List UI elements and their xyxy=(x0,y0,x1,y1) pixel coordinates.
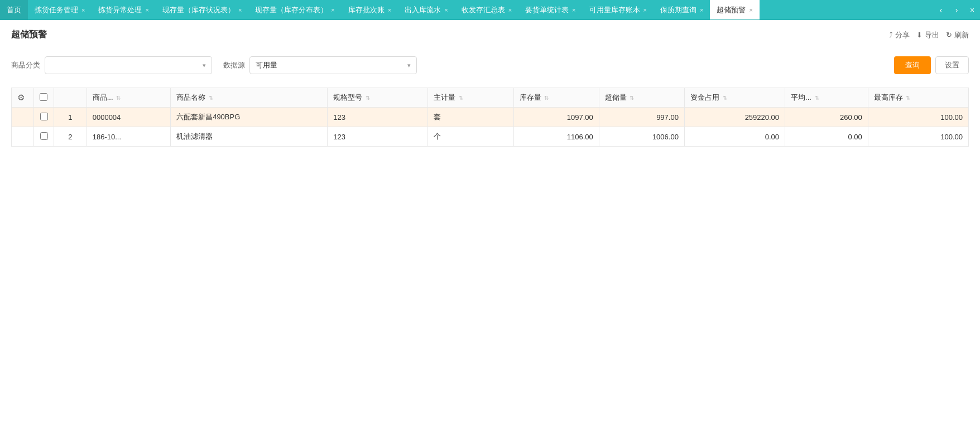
nav-stock-status-close[interactable]: × xyxy=(238,7,242,13)
th-settings[interactable]: ⚙ xyxy=(12,88,34,108)
nav-stock-dist-close[interactable]: × xyxy=(331,7,334,13)
nav-recv-send-summary[interactable]: 收发存汇总表 × xyxy=(455,0,518,20)
gear-icon[interactable]: ⚙ xyxy=(17,93,25,102)
nav-batch-account[interactable]: 库存批次账 × xyxy=(342,0,398,20)
td-check-cell[interactable] xyxy=(34,127,54,147)
td-product-code: 0000004 xyxy=(87,108,170,127)
td-stock: 1097.00 xyxy=(513,108,599,127)
data-table: ⚙ 商品... ⇅ 商品名称 ⇅ 规格型号 ⇅ xyxy=(11,88,969,147)
row-checkbox-1[interactable] xyxy=(40,132,48,140)
td-max-stock: 100.00 xyxy=(868,127,968,147)
td-product-name: 六配套新昌490BPG xyxy=(171,108,328,127)
page-title: 超储预警 xyxy=(11,29,47,41)
nav-pick-task[interactable]: 拣货任务管理 × xyxy=(28,0,92,20)
td-spec: 123 xyxy=(328,127,428,147)
nav-stock-status-label: 现存量（库存状况表） xyxy=(162,5,235,15)
nav-available-stock[interactable]: 可用量库存账本 × xyxy=(583,0,654,20)
sort-max-stock-icon: ⇅ xyxy=(906,95,910,101)
nav-pick-task-label: 拣货任务管理 xyxy=(35,5,78,15)
export-button[interactable]: ⬇ 导出 xyxy=(916,30,939,40)
nav-close-button[interactable]: × xyxy=(964,0,980,20)
nav-home[interactable]: 首页 xyxy=(0,0,28,20)
page-actions: ⤴ 分享 ⬇ 导出 ↻ 刷新 xyxy=(889,30,969,40)
category-select[interactable]: ▾ xyxy=(45,56,212,74)
nav-order-stats-close[interactable]: × xyxy=(572,7,575,13)
row-checkbox-0[interactable] xyxy=(40,113,48,120)
nav-available-stock-label: 可用量库存账本 xyxy=(589,5,640,15)
sort-stock-icon: ⇅ xyxy=(544,95,549,101)
table-header-row: ⚙ 商品... ⇅ 商品名称 ⇅ 规格型号 ⇅ xyxy=(12,88,969,108)
td-overstock: 997.00 xyxy=(599,108,684,127)
th-max-stock[interactable]: 最高库存 ⇅ xyxy=(868,88,968,108)
td-check-cell[interactable] xyxy=(34,108,54,127)
share-icon: ⤴ xyxy=(889,31,893,39)
th-stock[interactable]: 库存量 ⇅ xyxy=(513,88,599,108)
td-unit: 个 xyxy=(428,127,513,147)
nav-inout-flow-label: 出入库流水 xyxy=(405,5,441,15)
nav-inout-flow-close[interactable]: × xyxy=(444,7,448,13)
td-spec: 123 xyxy=(328,108,428,127)
select-all-checkbox[interactable] xyxy=(40,93,47,101)
table-row: 2 186-10... 机油滤清器 123 个 1106.00 1006.00 … xyxy=(12,127,969,147)
sort-spec-icon: ⇅ xyxy=(366,95,370,101)
th-spec[interactable]: 规格型号 ⇅ xyxy=(328,88,428,108)
nav-batch-account-label: 库存批次账 xyxy=(348,5,385,15)
nav-recv-send-summary-label: 收发存汇总表 xyxy=(462,5,505,15)
sort-capital-icon: ⇅ xyxy=(723,95,727,101)
nav-available-stock-close[interactable]: × xyxy=(643,7,647,13)
share-button[interactable]: ⤴ 分享 xyxy=(889,30,910,40)
nav-pick-exception-close[interactable]: × xyxy=(145,7,148,13)
refresh-icon: ↻ xyxy=(946,31,952,39)
th-product-code[interactable]: 商品... ⇅ xyxy=(87,88,170,108)
datasource-filter: 数据源 可用量 ▾ xyxy=(223,56,417,74)
settings-button[interactable]: 设置 xyxy=(935,56,969,74)
category-chevron-icon: ▾ xyxy=(203,62,206,69)
th-avg-price[interactable]: 平均... ⇅ xyxy=(785,88,868,108)
td-max-stock: 100.00 xyxy=(868,108,968,127)
td-unit: 套 xyxy=(428,108,513,127)
page-header: 超储预警 ⤴ 分享 ⬇ 导出 ↻ 刷新 xyxy=(11,29,969,41)
nav-prev-button[interactable]: ‹ xyxy=(933,0,949,20)
th-product-name[interactable]: 商品名称 ⇅ xyxy=(171,88,328,108)
nav-arrows: ‹ › × xyxy=(933,0,980,20)
nav-expiry-query-close[interactable]: × xyxy=(700,7,703,13)
nav-order-stats[interactable]: 要货单统计表 × xyxy=(518,0,582,20)
nav-expiry-query[interactable]: 保质期查询 × xyxy=(654,0,710,20)
nav-stock-dist[interactable]: 现存量（库存分布表） × xyxy=(248,0,341,20)
th-overstock[interactable]: 超储量 ⇅ xyxy=(599,88,684,108)
td-settings-cell xyxy=(12,108,34,127)
nav-next-button[interactable]: › xyxy=(949,0,964,20)
nav-home-label: 首页 xyxy=(7,5,21,15)
sort-product-code-icon: ⇅ xyxy=(116,95,121,101)
nav-recv-send-summary-close[interactable]: × xyxy=(508,7,512,13)
th-check xyxy=(34,88,54,108)
filter-actions: 查询 设置 xyxy=(894,56,969,74)
td-capital: 259220.00 xyxy=(684,108,785,127)
sort-unit-icon: ⇅ xyxy=(459,95,463,101)
category-filter: 商品分类 ▾ xyxy=(11,56,212,74)
nav-inout-flow[interactable]: 出入库流水 × xyxy=(398,0,454,20)
query-button[interactable]: 查询 xyxy=(894,56,931,74)
nav-overstock-warning-close[interactable]: × xyxy=(749,7,752,13)
datasource-select[interactable]: 可用量 ▾ xyxy=(249,56,417,74)
td-product-code: 186-10... xyxy=(87,127,170,147)
sort-avg-price-icon: ⇅ xyxy=(815,95,819,101)
nav-stock-status[interactable]: 现存量（库存状况表） × xyxy=(156,0,248,20)
nav-pick-exception[interactable]: 拣货异常处理 × xyxy=(92,0,155,20)
td-avg-price: 0.00 xyxy=(785,127,868,147)
th-capital[interactable]: 资金占用 ⇅ xyxy=(684,88,785,108)
td-avg-price: 260.00 xyxy=(785,108,868,127)
export-icon: ⬇ xyxy=(916,31,923,39)
refresh-button[interactable]: ↻ 刷新 xyxy=(946,30,969,40)
nav-batch-account-close[interactable]: × xyxy=(388,7,391,13)
td-stock: 1106.00 xyxy=(513,127,599,147)
nav-overstock-warning[interactable]: 超储预警 × xyxy=(710,0,759,20)
refresh-label: 刷新 xyxy=(954,30,969,40)
td-num: 1 xyxy=(54,108,87,127)
page-content: 超储预警 ⤴ 分享 ⬇ 导出 ↻ 刷新 商品分类 ▾ 数据源 xyxy=(0,20,980,446)
datasource-chevron-icon: ▾ xyxy=(407,62,411,69)
nav-pick-task-close[interactable]: × xyxy=(81,7,85,13)
share-label: 分享 xyxy=(895,30,910,40)
category-label: 商品分类 xyxy=(11,60,40,70)
th-unit[interactable]: 主计量 ⇅ xyxy=(428,88,513,108)
